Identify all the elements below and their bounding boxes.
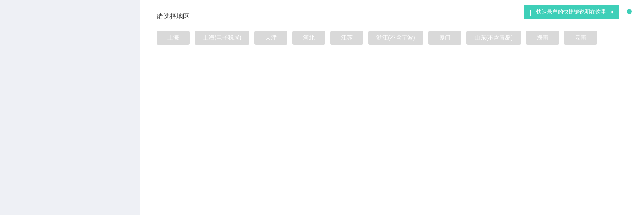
sidebar [0, 0, 140, 215]
region-button[interactable]: 上海(电子税局) [195, 31, 249, 45]
tooltip-close-button[interactable]: × [610, 9, 613, 15]
region-button[interactable]: 浙江(不含宁波) [368, 31, 423, 45]
region-button[interactable]: 云南 [564, 31, 597, 45]
tooltip-line [618, 12, 627, 12]
region-button[interactable]: 河北 [292, 31, 325, 45]
region-button[interactable]: 海南 [526, 31, 559, 45]
main-content: 请选择地区： 上海上海(电子税局)天津河北江苏浙江(不含宁波)厦门山东(不含青岛… [140, 0, 644, 215]
region-button[interactable]: 天津 [254, 31, 287, 45]
region-button[interactable]: 厦门 [428, 31, 461, 45]
tooltip-banner: 快速录单的快捷键说明在这里 × [524, 5, 619, 19]
tooltip-dot [627, 9, 632, 14]
region-button[interactable]: 江苏 [330, 31, 363, 45]
region-button[interactable]: 山东(不含青岛) [466, 31, 521, 45]
region-grid: 上海上海(电子税局)天津河北江苏浙江(不含宁波)厦门山东(不含青岛)海南云南 [157, 31, 628, 45]
tooltip-text: 快速录单的快捷键说明在这里 [536, 8, 606, 16]
region-button[interactable]: 上海 [157, 31, 190, 45]
